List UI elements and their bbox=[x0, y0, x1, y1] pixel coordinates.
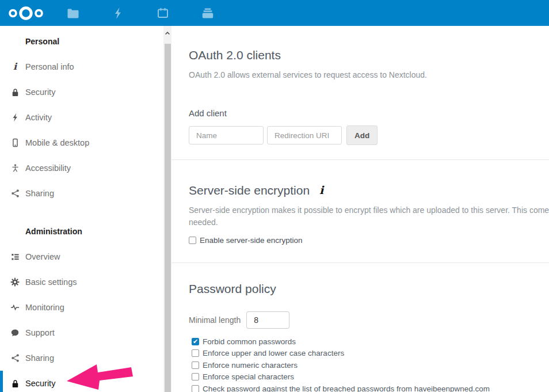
checkbox-unchecked-icon bbox=[192, 361, 199, 369]
nextcloud-logo[interactable] bbox=[7, 3, 45, 23]
enforce-case-checkbox[interactable]: Enforce upper and lower case characters bbox=[192, 348, 549, 360]
checkbox-unchecked-icon bbox=[192, 385, 199, 392]
sidebar-item-monitoring[interactable]: Monitoring bbox=[0, 295, 163, 320]
deck-icon[interactable] bbox=[193, 0, 222, 26]
encryption-title: Server-side encryption bbox=[189, 183, 310, 197]
minimal-length-row: Minimal length bbox=[189, 311, 549, 329]
add-client-button[interactable]: Add bbox=[346, 125, 378, 145]
settings-sidebar: Personal i Personal info Security Activi… bbox=[0, 26, 163, 392]
activity-icon[interactable] bbox=[104, 0, 132, 26]
checkbox-unchecked-icon bbox=[192, 349, 199, 357]
checkbox-unchecked-icon bbox=[189, 237, 196, 244]
encryption-description-line1: Server-side encryption makes it possible… bbox=[189, 204, 549, 216]
checkbox-checked-icon bbox=[192, 338, 199, 345]
sidebar-item-overview[interactable]: Overview bbox=[0, 244, 163, 269]
oauth-section: OAuth 2.0 clients OAuth 2.0 allows exter… bbox=[171, 26, 549, 160]
phone-icon bbox=[10, 138, 20, 147]
accessibility-icon bbox=[10, 163, 20, 173]
oauth-title: OAuth 2.0 clients bbox=[189, 48, 549, 62]
sidebar-caption-administration: Administration bbox=[0, 219, 163, 244]
password-policy-section: Password policy Minimal length Forbid co… bbox=[171, 263, 549, 392]
share-icon bbox=[10, 353, 20, 363]
info-icon: i bbox=[10, 62, 20, 71]
minimal-length-label: Minimal length bbox=[189, 315, 241, 325]
sidebar-scrollbar[interactable] bbox=[163, 26, 171, 392]
calendar-icon[interactable] bbox=[148, 0, 177, 26]
app-navigation bbox=[59, 0, 222, 26]
share-icon bbox=[10, 189, 20, 198]
sidebar-item-activity[interactable]: Activity bbox=[0, 105, 163, 130]
lock-icon bbox=[10, 87, 20, 97]
enable-encryption-checkbox[interactable]: Enable server-side encryption bbox=[189, 234, 549, 246]
sidebar-item-mobile-desktop[interactable]: Mobile & desktop bbox=[0, 130, 163, 155]
gear-icon bbox=[10, 277, 20, 287]
client-name-input[interactable] bbox=[189, 126, 264, 144]
files-icon[interactable] bbox=[59, 0, 87, 26]
sidebar-item-sharing-admin[interactable]: Sharing bbox=[0, 345, 163, 371]
sidebar-item-basic-settings[interactable]: Basic settings bbox=[0, 269, 163, 295]
sidebar-item-security-personal[interactable]: Security bbox=[0, 79, 163, 105]
redirection-uri-input[interactable] bbox=[267, 126, 342, 144]
bolt-icon bbox=[10, 113, 20, 122]
sidebar-item-security-admin[interactable]: Security bbox=[0, 371, 163, 392]
checkbox-unchecked-icon bbox=[192, 373, 199, 380]
sidebar-item-personal-info[interactable]: i Personal info bbox=[0, 54, 163, 79]
check-breached-passwords-checkbox[interactable]: Check password against the list of breac… bbox=[192, 383, 549, 392]
add-client-heading: Add client bbox=[189, 108, 549, 119]
overview-icon bbox=[10, 252, 20, 261]
info-icon[interactable]: i bbox=[319, 183, 323, 197]
sidebar-item-sharing-personal[interactable]: Sharing bbox=[0, 181, 163, 206]
sidebar-item-accessibility[interactable]: Accessibility bbox=[0, 155, 163, 181]
password-policy-options: Forbid common passwords Enforce upper an… bbox=[189, 336, 549, 392]
app-header bbox=[0, 0, 549, 26]
encryption-description-line2: needed. bbox=[189, 216, 549, 229]
settings-content: OAuth 2.0 clients OAuth 2.0 allows exter… bbox=[171, 26, 549, 392]
enforce-special-checkbox[interactable]: Enforce special characters bbox=[192, 371, 549, 383]
sidebar-caption-personal: Personal bbox=[0, 29, 163, 54]
minimal-length-input[interactable] bbox=[246, 311, 289, 329]
chat-icon bbox=[10, 328, 20, 337]
add-client-form: Add bbox=[189, 125, 549, 145]
scrollbar-thumb[interactable] bbox=[165, 44, 171, 392]
forbid-common-passwords-checkbox[interactable]: Forbid common passwords bbox=[192, 336, 549, 348]
scrollbar-up-button[interactable] bbox=[163, 26, 171, 41]
lock-icon bbox=[10, 379, 20, 388]
password-policy-title: Password policy bbox=[189, 281, 549, 296]
monitoring-icon bbox=[10, 303, 20, 312]
enforce-numeric-checkbox[interactable]: Enforce numeric characters bbox=[192, 359, 549, 371]
sidebar-item-support[interactable]: Support bbox=[0, 320, 163, 345]
oauth-description: OAuth 2.0 allows external services to re… bbox=[189, 69, 549, 81]
encryption-section: Server-side encryption i Server-side enc… bbox=[171, 160, 549, 263]
